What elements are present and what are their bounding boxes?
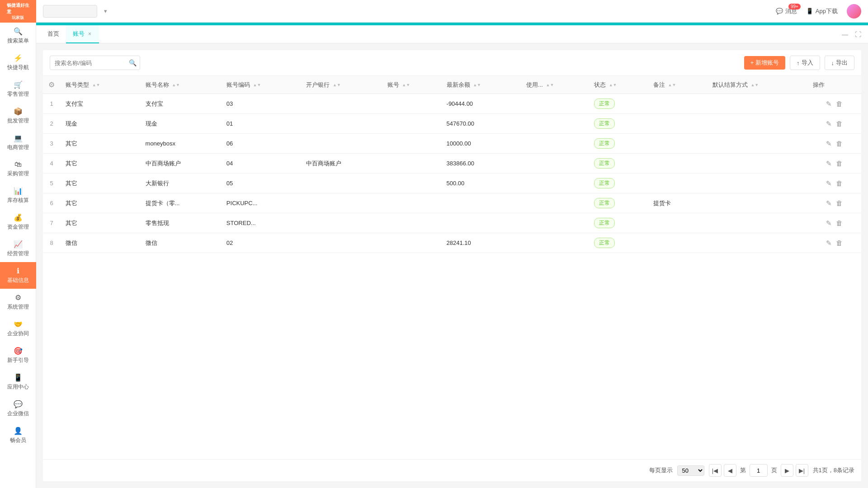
row-name: 中百商场账户 xyxy=(140,154,221,174)
delete-icon[interactable]: 🗑 xyxy=(836,199,843,207)
sidebar-item-ecommerce[interactable]: 💻 电商管理 xyxy=(0,129,36,156)
row-balance: 547670.00 xyxy=(441,114,521,134)
page-prev-btn[interactable]: ◀ xyxy=(724,464,736,477)
app-download-btn[interactable]: 📱 App下载 xyxy=(806,7,838,15)
sort-icon[interactable]: ▲▼ xyxy=(172,83,180,87)
col-usage[interactable]: 使用... ▲▼ xyxy=(521,76,589,94)
edit-icon[interactable]: ✎ xyxy=(826,179,832,187)
delete-icon[interactable]: 🗑 xyxy=(836,179,843,187)
sort-icon[interactable]: ▲▼ xyxy=(253,83,261,87)
tab-maximize-btn[interactable]: ⛶ xyxy=(853,29,863,40)
user-avatar[interactable] xyxy=(847,4,861,19)
delete-icon[interactable]: 🗑 xyxy=(836,140,843,147)
row-default-pay xyxy=(707,94,807,114)
sidebar-item-operation[interactable]: 📈 经营管理 xyxy=(0,235,36,262)
tab-home[interactable]: 首页 xyxy=(41,25,66,43)
sort-icon[interactable]: ▲▼ xyxy=(402,83,410,87)
member-icon: 👤 xyxy=(14,427,23,435)
row-note xyxy=(648,134,707,154)
row-type: 其它 xyxy=(60,154,140,174)
col-note[interactable]: 备注 ▲▼ xyxy=(648,76,707,94)
sort-icon[interactable]: ▲▼ xyxy=(333,83,341,87)
sidebar-item-search[interactable]: 🔍 搜索菜单 xyxy=(0,23,36,49)
sort-icon[interactable]: ▲▼ xyxy=(609,83,617,87)
row-type: 其它 xyxy=(60,213,140,233)
tab-close-btn[interactable]: × xyxy=(87,31,92,37)
tab-account[interactable]: 账号 × xyxy=(66,25,99,43)
delete-icon[interactable]: 🗑 xyxy=(836,239,843,247)
page-first-btn[interactable]: |◀ xyxy=(709,464,722,477)
sidebar-item-purchase[interactable]: 🛍 采购管理 xyxy=(0,156,36,182)
sidebar-item-enterprise[interactable]: 🤝 企业协同 xyxy=(0,315,36,342)
sidebar-item-retail[interactable]: 🛒 零售管理 xyxy=(0,76,36,103)
delete-icon[interactable]: 🗑 xyxy=(836,100,843,108)
top-search-input[interactable] xyxy=(43,5,97,18)
delete-icon[interactable]: 🗑 xyxy=(836,120,843,127)
sidebar-item-wholesale[interactable]: 📦 批发管理 xyxy=(0,103,36,129)
edit-icon[interactable]: ✎ xyxy=(826,239,832,247)
tab-minimize-btn[interactable]: — xyxy=(840,29,850,40)
sort-icon[interactable]: ▲▼ xyxy=(750,83,759,87)
app-download-label: App下载 xyxy=(816,7,838,15)
page-input[interactable] xyxy=(750,464,768,477)
export-btn[interactable]: ↓ 导出 xyxy=(825,56,855,70)
sidebar-item-inventory[interactable]: 📊 库存核算 xyxy=(0,182,36,209)
system-icon: ⚙ xyxy=(15,293,21,302)
sidebar-item-wechat-work[interactable]: 💬 企业微信 xyxy=(0,395,36,422)
account-search-input[interactable] xyxy=(50,56,140,70)
row-default-pay xyxy=(707,114,807,134)
edit-icon[interactable]: ✎ xyxy=(826,140,832,147)
row-actions: ✎ 🗑 xyxy=(807,233,861,253)
col-note-label: 备注 xyxy=(653,81,665,88)
table-settings-icon[interactable]: ⚙ xyxy=(48,81,55,89)
row-balance: -90444.00 xyxy=(441,94,521,114)
search-icon: 🔍 xyxy=(14,27,23,36)
sidebar-item-system[interactable]: ⚙ 系统管理 xyxy=(0,289,36,315)
edit-icon[interactable]: ✎ xyxy=(826,219,832,227)
col-balance[interactable]: 最新余额 ▲▼ xyxy=(441,76,521,94)
delete-icon[interactable]: 🗑 xyxy=(836,160,843,167)
sort-icon[interactable]: ▲▼ xyxy=(668,83,676,87)
add-account-btn[interactable]: + 新增账号 xyxy=(744,56,785,70)
retail-icon: 🛒 xyxy=(14,80,23,89)
export-icon: ↓ xyxy=(831,60,835,66)
col-bank-label: 开户银行 xyxy=(306,81,330,88)
message-btn[interactable]: 💬 消息 99+ xyxy=(776,7,797,15)
col-default-pay[interactable]: 默认结算方式 ▲▼ xyxy=(707,76,807,94)
col-settings[interactable]: ⚙ xyxy=(43,76,60,94)
delete-icon[interactable]: 🗑 xyxy=(836,219,843,227)
toolbar-right: + 新增账号 ↑ 导入 ↓ 导出 xyxy=(744,56,854,70)
sidebar-item-guide[interactable]: 🎯 新手引导 xyxy=(0,342,36,369)
sidebar-item-member[interactable]: 👤 畅会员 xyxy=(0,422,36,449)
table-row: 5其它大新银行05500.00正常 ✎ 🗑 xyxy=(43,174,861,193)
import-btn[interactable]: ↑ 导入 xyxy=(790,56,820,70)
sort-icon[interactable]: ▲▼ xyxy=(473,83,481,87)
col-code[interactable]: 账号编码 ▲▼ xyxy=(221,76,301,94)
edit-icon[interactable]: ✎ xyxy=(826,199,832,207)
sidebar-item-basic-info[interactable]: ℹ 基础信息 xyxy=(0,262,36,289)
page-last-btn[interactable]: ▶| xyxy=(796,464,808,477)
sidebar-item-app-center[interactable]: 📱 应用中心 xyxy=(0,369,36,395)
row-note xyxy=(648,114,707,134)
sort-icon[interactable]: ▲▼ xyxy=(546,83,554,87)
per-page-select[interactable]: 50 100 200 xyxy=(677,465,704,476)
sidebar-item-finance[interactable]: 💰 资金管理 xyxy=(0,209,36,235)
row-note: 提货卡 xyxy=(648,193,707,213)
edit-icon[interactable]: ✎ xyxy=(826,120,832,127)
col-type[interactable]: 账号类型 ▲▼ xyxy=(60,76,140,94)
page-next-btn[interactable]: ▶ xyxy=(781,464,793,477)
col-status[interactable]: 状态 ▲▼ xyxy=(589,76,648,94)
row-balance: 28241.10 xyxy=(441,233,521,253)
table-row: 8微信微信0228241.10正常 ✎ 🗑 xyxy=(43,233,861,253)
row-default-pay xyxy=(707,154,807,174)
edit-icon[interactable]: ✎ xyxy=(826,160,832,167)
sort-icon[interactable]: ▲▼ xyxy=(92,83,100,87)
edit-icon[interactable]: ✎ xyxy=(826,100,832,108)
col-account[interactable]: 账号 ▲▼ xyxy=(382,76,441,94)
sidebar-item-quick-nav[interactable]: ⚡ 快捷导航 xyxy=(0,49,36,76)
search-icon[interactable]: 🔍 xyxy=(129,59,137,66)
dropdown-arrow-icon[interactable]: ▾ xyxy=(104,8,107,14)
tab-bar: 首页 账号 × — ⛶ xyxy=(36,25,868,43)
col-bank[interactable]: 开户银行 ▲▼ xyxy=(301,76,382,94)
col-name[interactable]: 账号名称 ▲▼ xyxy=(140,76,221,94)
